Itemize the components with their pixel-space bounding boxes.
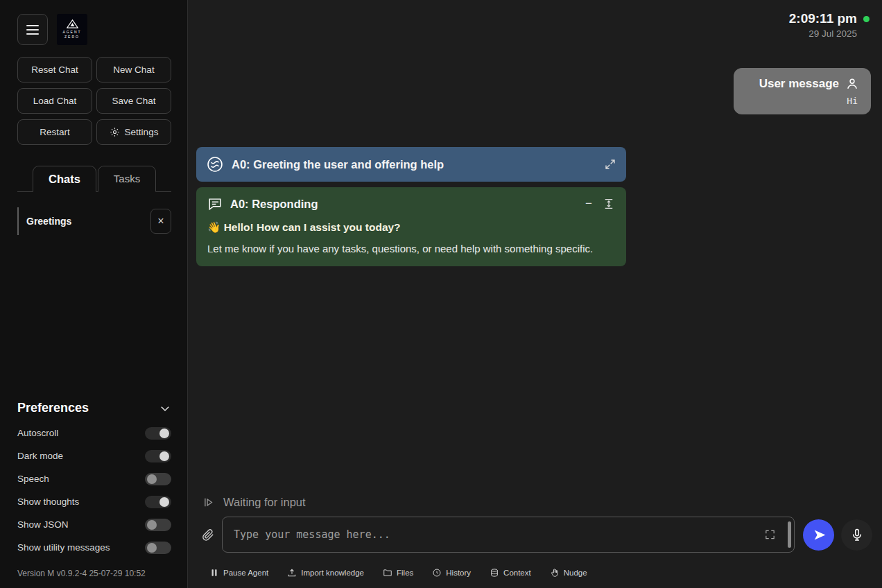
folder-icon [383, 568, 392, 578]
tool-label-import: Import knowledge [301, 569, 364, 577]
user-message-text: Hi [745, 96, 859, 106]
dark-mode-toggle[interactable] [145, 450, 171, 462]
tab-tasks[interactable]: Tasks [98, 166, 156, 192]
agent-response-message: A0: Responding − 👋 Hello! How can I assi… [196, 187, 626, 266]
menu-button[interactable] [17, 14, 48, 45]
pref-label-autoscroll: Autoscroll [17, 428, 58, 438]
agent-response-greeting: 👋 Hello! How can I assist you today? [207, 221, 615, 234]
tool-label-files: Files [397, 569, 413, 577]
agent-response-detail: Let me know if you have any tasks, quest… [207, 243, 615, 254]
chat-item-label: Greetings [26, 216, 71, 227]
send-icon [813, 528, 827, 542]
restart-button[interactable]: Restart [17, 119, 92, 145]
save-chat-button[interactable]: Save Chat [96, 88, 171, 114]
logo-text-line2: ZERO [64, 35, 80, 40]
sidebar-tabs: Chats Tasks [17, 166, 171, 192]
show-utility-toggle[interactable] [145, 542, 171, 554]
preferences-title: Preferences [17, 401, 89, 415]
reset-chat-button[interactable]: Reset Chat [17, 57, 92, 83]
date-display: 29 Jul 2025 [789, 28, 857, 39]
settings-button[interactable]: Settings [96, 119, 171, 145]
pref-row-show-json: Show JSON [17, 513, 171, 536]
load-chat-button[interactable]: Load Chat [17, 88, 92, 114]
status-text: Waiting for input [223, 496, 306, 509]
sidebar-spacer [17, 235, 171, 401]
stack-icon [490, 568, 499, 578]
send-button[interactable] [803, 519, 834, 551]
chat-list: Greetings × [17, 207, 171, 235]
tool-label-history: History [446, 569, 471, 577]
user-message-title: User message [759, 77, 839, 91]
message-input[interactable] [222, 517, 795, 553]
expand-icon[interactable] [604, 158, 616, 171]
message-input-wrap [222, 517, 795, 553]
tool-label-nudge: Nudge [564, 569, 587, 577]
chat-main: 2:09:11 pm 29 Jul 2025 User message Hi A… [188, 0, 882, 588]
pref-label-dark-mode: Dark mode [17, 451, 63, 461]
bottom-toolbar: Pause Agent Import knowledge Files Histo… [209, 563, 882, 582]
agent-zero-logo[interactable]: AGENT ZERO [57, 14, 87, 45]
message-list: User message Hi A0: Greeting the user an… [188, 0, 882, 496]
microphone-icon [850, 528, 864, 542]
pref-label-show-json: Show JSON [17, 519, 69, 530]
pref-row-dark-mode: Dark mode [17, 444, 171, 467]
pause-agent-button[interactable]: Pause Agent [209, 568, 268, 578]
preferences-header[interactable]: Preferences [17, 401, 171, 415]
tool-label-context: Context [503, 569, 531, 577]
pref-label-show-utility: Show utility messages [17, 542, 110, 553]
microphone-button[interactable] [841, 519, 872, 551]
sidebar-header: AGENT ZERO [17, 14, 171, 45]
tool-label-pause: Pause Agent [223, 569, 268, 577]
speech-toggle[interactable] [145, 473, 171, 485]
preferences-section: Preferences Autoscroll Dark mode Speech … [17, 401, 171, 559]
chat-close-button[interactable]: × [150, 209, 171, 234]
chevron-down-icon [159, 402, 171, 415]
pref-label-show-thoughts: Show thoughts [17, 496, 79, 507]
nudge-button[interactable]: Nudge [550, 568, 587, 578]
settings-label: Settings [125, 127, 159, 137]
files-button[interactable]: Files [383, 568, 413, 578]
show-json-toggle[interactable] [145, 519, 171, 531]
clock-icon [432, 568, 442, 578]
tab-chats[interactable]: Chats [33, 166, 96, 192]
waiting-icon [202, 496, 214, 508]
connection-status-dot [863, 16, 870, 22]
upload-icon [287, 568, 297, 578]
agent-response-title: A0: Responding [230, 198, 575, 211]
pref-row-show-utility: Show utility messages [17, 536, 171, 559]
paperclip-icon [202, 526, 215, 544]
chat-list-item-greetings[interactable]: Greetings × [17, 207, 171, 235]
agent-status: Waiting for input [202, 496, 882, 509]
attachment-button[interactable] [202, 526, 215, 544]
logo-text-line1: AGENT [62, 30, 81, 35]
pref-row-show-thoughts: Show thoughts [17, 490, 171, 513]
sidebar-button-grid: Reset Chat New Chat Load Chat Save Chat … [17, 57, 171, 145]
agent-heading-message: A0: Greeting the user and offering help [196, 147, 626, 182]
user-icon [845, 77, 859, 91]
chat-bubble-icon [207, 196, 223, 211]
pref-row-autoscroll: Autoscroll [17, 422, 171, 444]
new-chat-button[interactable]: New Chat [96, 57, 171, 83]
brain-icon [206, 155, 224, 173]
pause-icon [209, 568, 219, 578]
context-button[interactable]: Context [490, 568, 531, 578]
input-scrollbar[interactable] [788, 521, 791, 548]
show-thoughts-toggle[interactable] [145, 496, 171, 508]
minimize-button[interactable]: − [582, 197, 595, 211]
agent-heading-title: A0: Greeting the user and offering help [232, 158, 596, 171]
autoscroll-toggle[interactable] [145, 427, 171, 440]
import-knowledge-button[interactable]: Import knowledge [287, 568, 364, 578]
fullscreen-input-icon[interactable] [764, 529, 776, 541]
gear-icon [110, 127, 120, 137]
hamburger-icon [26, 25, 39, 35]
composer [202, 517, 872, 553]
history-button[interactable]: History [432, 568, 471, 578]
version-text: Version M v0.9.2-4 25-07-29 10:52 [17, 569, 171, 578]
pref-label-speech: Speech [17, 474, 49, 484]
expand-vertical-icon[interactable] [603, 198, 615, 210]
hand-icon [550, 568, 560, 578]
time-display: 2:09:11 pm [789, 11, 857, 26]
user-message: User message Hi [734, 68, 871, 114]
pref-row-speech: Speech [17, 467, 171, 490]
clock: 2:09:11 pm 29 Jul 2025 [789, 11, 870, 39]
